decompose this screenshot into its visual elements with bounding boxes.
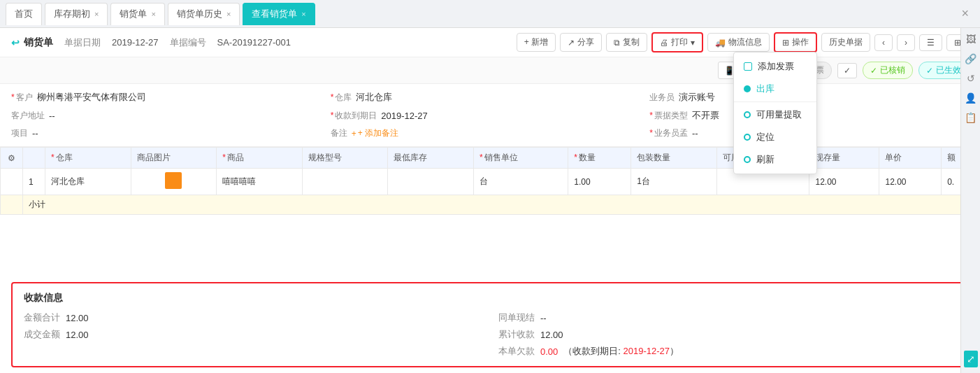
total-label: 金额合计: [24, 311, 60, 324]
transaction-row: 成交金额 12.00: [24, 328, 482, 341]
confirmed-icon: ✓: [870, 66, 877, 76]
row-warehouse-cell: 河北仓库: [45, 169, 131, 195]
close-inventory-tab[interactable]: ×: [94, 10, 99, 18]
sidebar-expand-icon[interactable]: ⤢: [964, 351, 978, 367]
col-row-num: [23, 148, 45, 169]
sidebar-image-icon[interactable]: 🖼: [966, 34, 976, 45]
warehouse-value: 河北仓库: [356, 91, 392, 104]
doc-icon: ↩: [11, 37, 20, 48]
nav-next-button[interactable]: ›: [897, 34, 915, 51]
plus-icon: +: [352, 129, 356, 139]
row-product-img-cell: [131, 169, 217, 195]
due-label: 本单欠款: [498, 345, 535, 358]
operation-dropdown: ⊞ 操作 添加发票 出库 可用量提取: [774, 32, 817, 52]
menu-divider: [734, 101, 816, 102]
nav-prev-button[interactable]: ‹: [874, 34, 893, 51]
table-container: ⚙ *仓库 商品图片 *商品 规格型号 最低库存 *销售单位 *数量 包装数量 …: [0, 147, 980, 276]
menu-item-add-invoice[interactable]: 添加发票: [734, 55, 816, 78]
address-value: --: [49, 111, 55, 121]
col-spec: 规格型号: [302, 148, 388, 169]
close-view-sales-tab[interactable]: ×: [301, 10, 305, 18]
menu-item-refresh[interactable]: 刷新: [734, 148, 816, 171]
col-sales-unit: *销售单位: [474, 148, 568, 169]
sidebar-list-icon[interactable]: 📋: [965, 112, 977, 123]
locate-icon: [744, 134, 751, 141]
col-qty: *数量: [568, 148, 631, 169]
tab-sales[interactable]: 销货单 ×: [110, 3, 164, 25]
sidebar-user-icon[interactable]: 👤: [965, 92, 977, 104]
share-icon: ↗: [568, 38, 575, 48]
confirm-button[interactable]: ✓: [837, 63, 857, 78]
row-stock-cell: 12.00: [809, 169, 879, 195]
logistics-button[interactable]: 🚚 物流信息: [707, 33, 770, 52]
address-field: 客户地址 --: [11, 109, 331, 122]
sidebar-refresh-icon[interactable]: ↺: [967, 73, 975, 84]
view-list-button[interactable]: ☰: [919, 34, 942, 51]
no-label: 单据编号: [170, 36, 206, 49]
due-date-value: 2019-12-27: [381, 111, 428, 121]
copy-button[interactable]: ⧉ 复制: [606, 33, 647, 52]
same-order-label: 同单现结: [498, 311, 535, 324]
customer-value: 柳州粤港平安气体有限公司: [37, 91, 146, 104]
menu-item-locate[interactable]: 定位: [734, 126, 816, 148]
refresh-icon: [744, 156, 751, 163]
confirmed-badge[interactable]: ✓ 已核销: [863, 62, 913, 79]
print-button[interactable]: 🖨 打印 ▾: [651, 32, 703, 52]
sales-person-label: 业务员孟: [649, 127, 688, 139]
col-product-img: 商品图片: [131, 148, 217, 169]
row-settings-cell: [1, 169, 23, 195]
same-order-value: --: [540, 313, 547, 323]
grid-icon: ⊞: [782, 38, 789, 48]
right-sidebar: 🖼 🔗 ↺ 👤 📋 ⤢: [960, 28, 980, 373]
subtotal-settings-cell: [1, 195, 23, 215]
add-invoice-icon: [744, 62, 752, 71]
menu-item-warehouse-out[interactable]: 出库: [734, 78, 816, 100]
payment-title: 收款信息: [24, 292, 956, 304]
customer-label: 客户: [11, 92, 33, 104]
close-history-tab[interactable]: ×: [226, 10, 231, 18]
subtotal-label-cell: 小计: [23, 195, 980, 215]
close-sales-tab[interactable]: ×: [151, 10, 155, 18]
menu-item-available-qty[interactable]: 可用量提取: [734, 104, 816, 126]
employee-value: 演示账号: [679, 91, 715, 104]
doc-header: ↩ 销货单 单据日期 2019-12-27 单据编号 SA-20191227-0…: [0, 28, 980, 57]
row-num-cell: 1: [23, 169, 45, 195]
col-min-stock: 最低库存: [388, 148, 474, 169]
tab-inventory[interactable]: 库存期初 ×: [45, 3, 108, 25]
tab-home[interactable]: 首页: [6, 3, 42, 25]
col-warehouse: *仓库: [45, 148, 131, 169]
new-button[interactable]: + 新增: [517, 33, 556, 52]
project-field: 项目 --: [11, 127, 331, 139]
cumulative-row: 累计收款 12.00: [498, 328, 956, 341]
tab-view-sales[interactable]: 查看销货单 ×: [243, 3, 315, 25]
table-header-row: ⚙ *仓库 商品图片 *商品 规格型号 最低库存 *销售单位 *数量 包装数量 …: [1, 148, 980, 169]
available-qty-icon: [744, 111, 751, 118]
sidebar-link-icon[interactable]: 🔗: [965, 53, 977, 64]
total-row: 金额合计 12.00: [24, 311, 482, 324]
history-button[interactable]: 历史单据: [821, 33, 870, 52]
effective-icon: ✓: [926, 66, 933, 76]
col-settings[interactable]: ⚙: [1, 148, 23, 169]
operation-menu: 添加发票 出库 可用量提取 定位: [733, 52, 817, 174]
print-icon: 🖨: [660, 38, 668, 48]
payment-section: 收款信息 金额合计 12.00 同单现结 -- 成交金额 12.00 累计收款 …: [11, 282, 969, 367]
global-close-button[interactable]: ×: [956, 6, 974, 21]
transaction-label: 成交金额: [24, 328, 60, 341]
confirm-icon: ✓: [844, 66, 851, 76]
cumulative-label: 累计收款: [498, 328, 535, 341]
operation-button[interactable]: ⊞ 操作: [774, 32, 817, 52]
tab-history[interactable]: 销货单历史 ×: [168, 3, 240, 25]
due-row: 本单欠款 0.00 （收款到期日: 2019-12-27）: [498, 345, 956, 358]
truck-icon: 🚚: [715, 38, 726, 48]
table-row: 1 河北仓库 嘻嘻嘻嘻 台 1.00 1台 12.00 12.00 0.: [1, 169, 980, 195]
due-value: 0.00: [540, 346, 558, 357]
share-button[interactable]: ↗ 分享: [560, 33, 602, 52]
row-spec-cell: [302, 169, 388, 195]
remark-add-button[interactable]: + + 添加备注: [352, 127, 398, 139]
project-value: --: [32, 128, 38, 139]
sub-toolbar: 📱 来自手机 未开票 ✓ ✓ 已核销 ✓ 已生效: [0, 57, 980, 84]
due-date-field: 收款到期日 2019-12-27: [331, 109, 650, 122]
main-area: ↩ 销货单 单据日期 2019-12-27 单据编号 SA-20191227-0…: [0, 28, 980, 373]
row-sales-unit-cell: 台: [474, 169, 568, 195]
doc-title-text: 销货单: [24, 36, 53, 49]
